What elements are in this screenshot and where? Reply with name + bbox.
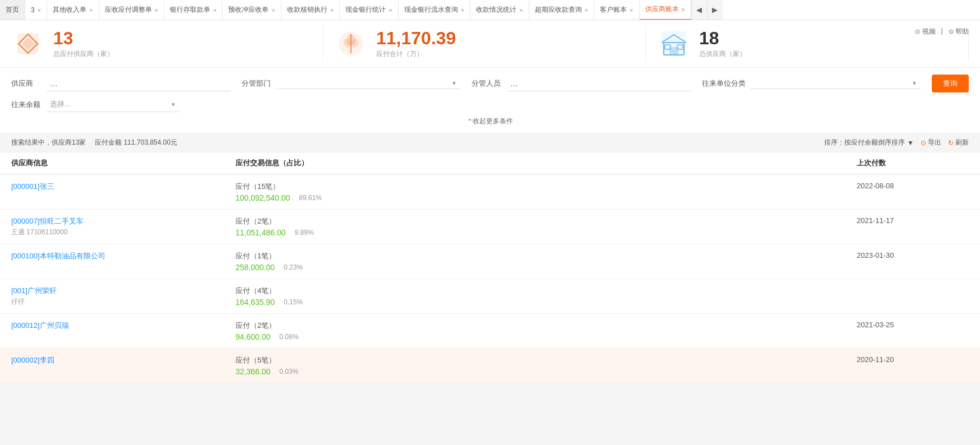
- nav-tab-supplier-ledger-label: 供应商账本: [645, 4, 679, 14]
- sort-select[interactable]: 排序：按应付余额倒序排序 ▼: [824, 138, 914, 147]
- tx-row-3: 164,635.90 0.15%: [235, 298, 857, 307]
- stat-total-suppliers-number: 18: [699, 29, 746, 48]
- filter-row-2: 往来余额 选择... ▼: [11, 97, 969, 112]
- nav-tab-supplier-ledger[interactable]: 供应商账本 ×: [640, 0, 691, 20]
- supplier-link-1[interactable]: [000007]恒旺二手叉车: [11, 217, 84, 225]
- stat-payable-suppliers-content: 13 总应付供应商（家）: [53, 29, 114, 59]
- diamond-icon: [11, 27, 45, 61]
- supplier-name-2: [000100]本特勒油品有限公司: [11, 251, 235, 261]
- stat-payable-suppliers: 13 总应付供应商（家）: [11, 27, 323, 61]
- table-header-supplier: 供应商信息: [11, 158, 235, 168]
- table-row: [001]广州荣轩 仔仔 应付（4笔） 164,635.90 0.15%: [0, 279, 980, 314]
- lastpay-1: 2021-11-17: [857, 216, 969, 225]
- supplier-link-5[interactable]: [000002]李四: [11, 356, 54, 364]
- supplier-link-2[interactable]: [000100]本特勒油品有限公司: [11, 252, 105, 260]
- tx-row-5: 32,366.00 0.03%: [235, 367, 857, 376]
- nav-tab-3-close[interactable]: ×: [38, 7, 41, 13]
- table-row: [000007]恒旺二手叉车 王通 17106110000 应付（2笔） 11,…: [0, 210, 980, 244]
- nav-tab-receipt-stat-label: 收款情况统计: [476, 5, 516, 15]
- nav-tab-advance-receive-close[interactable]: ×: [271, 7, 275, 13]
- supplier-input[interactable]: ...: [47, 76, 230, 91]
- filter-person: 分管人员 ...: [471, 76, 691, 91]
- table-body: [000001]张三 应付（15笔） 100,092,540.00 89.61%…: [0, 175, 980, 383]
- nav-arrow-left[interactable]: ◀: [691, 0, 707, 20]
- filter-supplier-label: 供应商: [11, 78, 42, 89]
- nav-tab-receipt-verify-label: 收款核销执行: [287, 5, 327, 15]
- stat-payable-amount-label: 应付合计（万）: [376, 49, 456, 59]
- nav-tab-cash-bank-query-close[interactable]: ×: [461, 7, 464, 13]
- nav-tab-3[interactable]: 3 ×: [25, 0, 47, 20]
- video-link[interactable]: ⊙ 视频: [915, 27, 935, 36]
- nav-arrow-right[interactable]: ▶: [707, 0, 723, 20]
- nav-tab-home[interactable]: 首页: [0, 0, 25, 20]
- nav-tab-supplier-ledger-close[interactable]: ×: [682, 6, 685, 13]
- nav-tab-ar-ap-adjust[interactable]: 应收应付调整单 ×: [99, 0, 164, 20]
- table-header-lastpay: 上次付数: [857, 158, 969, 168]
- collapse-button[interactable]: ⌃ 收起更多条件: [11, 117, 969, 126]
- export-label: 导出: [928, 138, 941, 147]
- table-row: [000100]本特勒油品有限公司 应付（1笔） 258,000.00 0.23…: [0, 244, 980, 279]
- tx-row-4: 94,600.00 0.08%: [235, 332, 857, 341]
- nav-tab-receipt-verify-close[interactable]: ×: [330, 7, 334, 13]
- nav-tab-receipt-stat-close[interactable]: ×: [519, 7, 523, 13]
- stat-payable-suppliers-number: 13: [53, 29, 114, 48]
- transaction-info-5: 应付（5笔） 32,366.00 0.03%: [235, 355, 857, 376]
- nav-tab-other-income-label: 其他收入单: [53, 5, 86, 15]
- table-row: [000012]广州贝瑞 应付（2笔） 94,600.00 0.08% 2021…: [0, 314, 980, 349]
- nav-tab-bank-deposit-close[interactable]: ×: [213, 7, 216, 13]
- nav-tab-ar-ap-adjust-close[interactable]: ×: [155, 7, 158, 13]
- supplier-link-0[interactable]: [000001]张三: [11, 182, 54, 191]
- nav-tab-customer-ledger[interactable]: 客户账本 ×: [594, 0, 639, 20]
- nav-tab-customer-ledger-close[interactable]: ×: [630, 7, 633, 13]
- dept-select[interactable]: ▼: [277, 78, 461, 89]
- supplier-info-4: [000012]广州贝瑞: [11, 321, 235, 331]
- sort-icon: ▼: [907, 139, 914, 147]
- category-select[interactable]: ▼: [750, 78, 921, 89]
- tx-amount-4[interactable]: 94,600.00: [235, 332, 270, 341]
- tx-amount-2[interactable]: 258,000.00: [235, 263, 275, 272]
- export-button[interactable]: ⊙ 导出: [921, 138, 941, 147]
- tx-percent-2: 0.23%: [284, 263, 303, 271]
- shop-icon: [657, 27, 691, 61]
- nav-tab-cash-bank-stat-label: 现金银行统计: [345, 5, 386, 15]
- supplier-name-5: [000002]李四: [11, 355, 235, 365]
- search-button[interactable]: 查询: [932, 75, 969, 92]
- nav-tab-cash-bank-query[interactable]: 现金银行流水查询 ×: [399, 0, 470, 20]
- supplier-link-4[interactable]: [000012]广州贝瑞: [11, 321, 69, 330]
- transaction-info-4: 应付（2笔） 94,600.00 0.08%: [235, 321, 857, 341]
- nav-tab-home-label: 首页: [6, 5, 19, 15]
- result-actions: 排序：按应付余额倒序排序 ▼ ⊙ 导出 ↻ 刷新: [824, 138, 969, 147]
- refresh-button[interactable]: ↻ 刷新: [948, 138, 969, 147]
- stat-total-suppliers-label: 总供应商（家）: [699, 49, 746, 59]
- tx-amount-3[interactable]: 164,635.90: [235, 298, 275, 307]
- tx-amount-1[interactable]: 11,051,486.00: [235, 228, 286, 237]
- nav-tab-cash-bank-stat-close[interactable]: ×: [389, 7, 392, 13]
- nav-tab-overdue-query[interactable]: 超期应收款查询 ×: [529, 0, 594, 20]
- nav-tab-receipt-stat[interactable]: 收款情况统计 ×: [470, 0, 529, 20]
- supplier-info-0: [000001]张三: [11, 182, 235, 192]
- nav-tab-ar-ap-adjust-label: 应收应付调整单: [105, 5, 152, 15]
- transaction-info-3: 应付（4笔） 164,635.90 0.15%: [235, 286, 857, 307]
- nav-tab-advance-receive[interactable]: 预收冲应收单 ×: [223, 0, 281, 20]
- nav-tab-other-income-close[interactable]: ×: [89, 7, 93, 13]
- filter-balance: 往来余额 选择... ▼: [11, 97, 179, 112]
- tx-percent-5: 0.03%: [279, 368, 298, 376]
- supplier-link-3[interactable]: [001]广州荣轩: [11, 286, 57, 295]
- lastpay-0: 2022-08-08: [857, 182, 969, 190]
- nav-tab-bank-deposit[interactable]: 银行存取款单 ×: [164, 0, 223, 20]
- nav-tab-receipt-verify[interactable]: 收款核销执行 ×: [281, 0, 340, 20]
- tx-amount-0[interactable]: 100,092,540.00: [235, 193, 290, 202]
- nav-tab-cash-bank-stat[interactable]: 现金银行统计 ×: [340, 0, 398, 20]
- nav-tab-3-label: 3: [31, 6, 35, 14]
- help-link[interactable]: ⊙ 帮助: [949, 27, 969, 36]
- tx-amount-5[interactable]: 32,366.00: [235, 367, 270, 376]
- category-chevron-icon: ▼: [912, 80, 917, 86]
- supplier-sub-3: 仔仔: [11, 297, 235, 307]
- person-input[interactable]: ...: [507, 76, 691, 91]
- tx-percent-1: 9.89%: [295, 229, 314, 237]
- nav-tab-overdue-query-label: 超期应收款查询: [535, 5, 582, 15]
- balance-select[interactable]: 选择... ▼: [47, 97, 179, 112]
- nav-tab-overdue-query-close[interactable]: ×: [585, 7, 588, 13]
- nav-tab-other-income[interactable]: 其他收入单 ×: [47, 0, 99, 20]
- filter-row-1: 供应商 ... 分管部门 ▼ 分管人员 ... 往来单位分类 ▼: [11, 75, 969, 92]
